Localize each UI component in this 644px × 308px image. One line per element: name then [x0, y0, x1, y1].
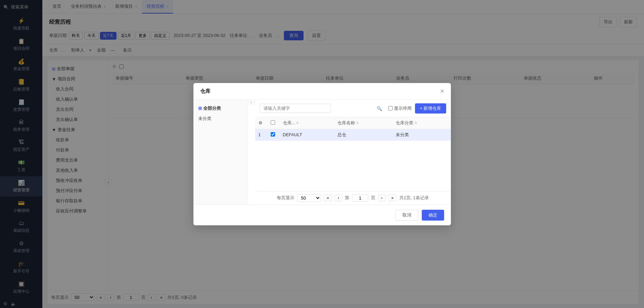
modal-select-all[interactable] — [271, 120, 275, 125]
th-category: 仓库分类 ⇅ — [392, 117, 451, 129]
modal-header: 仓库 × — [193, 83, 451, 100]
modal-prev-page-btn[interactable]: ‹ — [335, 194, 342, 201]
search-icon: 🔍 — [377, 106, 382, 111]
search-wrap: 🔍 — [260, 104, 385, 113]
th-checkbox — [267, 117, 279, 129]
sort-category-icon: ⇅ — [414, 121, 417, 125]
warehouse-modal: 仓库 × ⊞ 全部分类 未分类 ‹ 🔍 显示停用 — [193, 83, 451, 225]
modal-sidebar: ⊞ 全部分类 未分类 — [193, 100, 248, 205]
th-settings: ⚙ — [255, 117, 267, 129]
th-name: 仓库名称 ⇅ — [334, 117, 392, 129]
modal-next-page-btn[interactable]: › — [378, 194, 386, 201]
modal-pagination: 每页显示 50 100 « ‹ 第 页 › » 共1页, 1条记录 — [255, 191, 451, 205]
modal-body: ⊞ 全部分类 未分类 ‹ 🔍 显示停用 + 新增仓库 — [193, 100, 451, 205]
modal-table-row[interactable]: 1 DEFAULT 总仓 未分类 — [255, 129, 451, 141]
modal-toolbar: 🔍 显示停用 + 新增仓库 — [255, 100, 451, 117]
modal-title: 仓库 — [200, 88, 210, 95]
confirm-button[interactable]: 确定 — [422, 210, 444, 221]
th-code: 仓库... ⇅ — [279, 117, 334, 129]
add-warehouse-button[interactable]: + 新增仓库 — [415, 103, 446, 114]
sort-name-icon: ⇅ — [356, 121, 359, 125]
modal-warehouse-table: ⚙ 仓库... ⇅ 仓库名称 ⇅ — [255, 117, 451, 141]
row-checkbox[interactable] — [271, 132, 275, 137]
show-disabled-checkbox[interactable]: 显示停用 — [388, 105, 412, 111]
modal-total-label: 共1页, 1条记录 — [399, 195, 429, 201]
modal-first-page-btn[interactable]: « — [324, 194, 332, 201]
modal-sidebar-collapse[interactable]: ‹ — [248, 100, 255, 105]
modal-sidebar-item-未分类[interactable]: 未分类 — [193, 114, 247, 124]
sort-code-icon: ⇅ — [296, 121, 299, 125]
modal-action-footer: 取消 确定 — [193, 205, 451, 225]
cancel-button[interactable]: 取消 — [395, 210, 418, 221]
modal-sidebar-all[interactable]: ⊞ 全部分类 — [193, 103, 247, 114]
modal-close-button[interactable]: × — [440, 88, 444, 95]
modal-page-input[interactable] — [352, 194, 368, 202]
warehouse-search-input[interactable] — [260, 104, 331, 113]
modal-last-page-btn[interactable]: » — [388, 194, 397, 201]
modal-table-area: ⚙ 仓库... ⇅ 仓库名称 ⇅ — [255, 117, 451, 191]
modal-main-content: 🔍 显示停用 + 新增仓库 ⚙ — [255, 100, 451, 205]
modal-page-size-select[interactable]: 50 100 — [297, 194, 321, 202]
modal-table-header: ⚙ 仓库... ⇅ 仓库名称 ⇅ — [255, 117, 451, 129]
